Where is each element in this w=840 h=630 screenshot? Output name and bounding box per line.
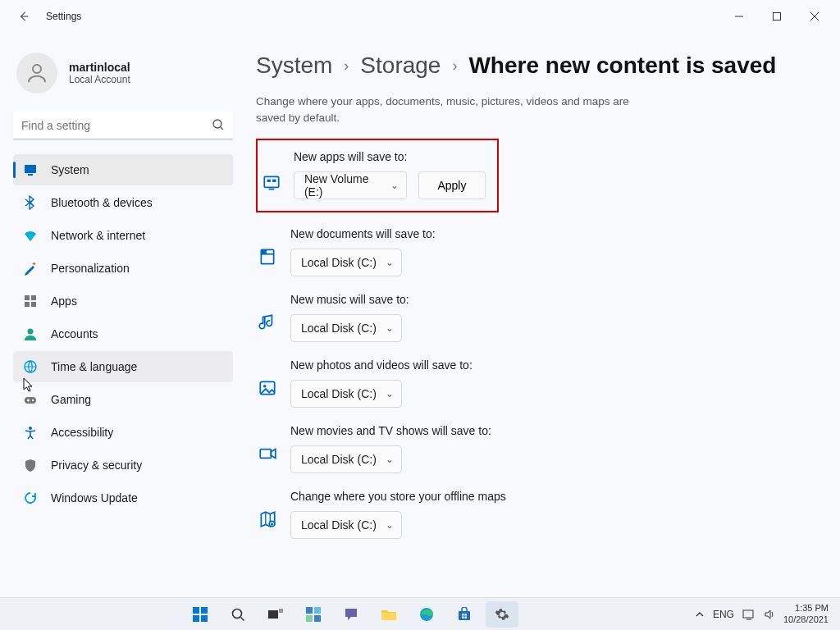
section-label: New apps will save to: xyxy=(294,150,486,163)
bluetooth-icon xyxy=(23,195,38,210)
svg-rect-26 xyxy=(193,615,199,622)
apps-icon xyxy=(23,294,38,308)
sidebar-item-label: Accounts xyxy=(51,327,98,340)
drive-dropdown[interactable]: Local Disk (C:)⌄ xyxy=(290,249,402,276)
drive-dropdown[interactable]: Local Disk (C:)⌄ xyxy=(290,314,402,342)
svg-rect-39 xyxy=(465,614,468,616)
chevron-down-icon: ⌄ xyxy=(386,454,394,465)
edge-icon[interactable] xyxy=(410,601,443,628)
svg-rect-31 xyxy=(306,607,313,614)
chevron-down-icon: ⌄ xyxy=(386,388,394,399)
svg-point-14 xyxy=(29,427,32,430)
svg-rect-41 xyxy=(465,616,468,619)
sidebar-item-time[interactable]: Time & language xyxy=(13,351,233,382)
drive-dropdown[interactable]: Local Disk (C:)⌄ xyxy=(290,445,402,473)
svg-rect-29 xyxy=(268,610,278,619)
svg-rect-33 xyxy=(306,615,313,622)
sidebar-item-label: Accessibility xyxy=(51,426,113,439)
save-location-section: New movies and TV shows will save to:Loc… xyxy=(256,409,801,475)
task-view-icon[interactable] xyxy=(259,601,292,628)
person-icon xyxy=(23,326,38,341)
svg-rect-34 xyxy=(314,615,321,622)
video-icon xyxy=(256,442,279,465)
app-icon xyxy=(261,171,282,194)
svg-rect-30 xyxy=(279,609,283,613)
profile-sub: Local Account xyxy=(69,74,130,85)
explorer-icon[interactable] xyxy=(372,601,405,628)
sidebar-item-privacy[interactable]: Privacy & security xyxy=(13,450,233,481)
breadcrumb: System › Storage › Where new content is … xyxy=(256,52,801,79)
start-button[interactable] xyxy=(184,601,217,628)
chat-icon[interactable] xyxy=(335,601,368,628)
back-button[interactable] xyxy=(18,11,31,22)
dropdown-value: Local Disk (C:) xyxy=(301,256,377,269)
svg-rect-9 xyxy=(31,302,36,307)
tray-chevron-icon[interactable] xyxy=(695,609,705,619)
sidebar-item-apps[interactable]: Apps xyxy=(13,285,233,317)
sidebar-item-label: Time & language xyxy=(51,360,137,373)
svg-rect-22 xyxy=(260,449,271,458)
language-indicator[interactable]: ENG xyxy=(713,609,734,620)
clock[interactable]: 1:35 PM 10/28/2021 xyxy=(783,603,832,624)
svg-point-21 xyxy=(263,385,266,387)
description: Change where your apps, documents, music… xyxy=(256,94,633,127)
svg-rect-7 xyxy=(31,295,36,300)
wifi-icon xyxy=(23,228,38,243)
sidebar-item-gaming[interactable]: Gaming xyxy=(13,384,233,415)
sidebar-item-personalization[interactable]: Personalization xyxy=(13,253,233,284)
crumb-current: Where new content is saved xyxy=(468,52,776,79)
taskbar: ENG 1:35 PM 10/28/2021 xyxy=(0,597,840,630)
save-location-section: Change where you store your offline maps… xyxy=(256,475,801,541)
network-tray-icon[interactable] xyxy=(742,609,756,620)
sidebar-item-system[interactable]: System xyxy=(13,154,233,185)
crumb-system[interactable]: System xyxy=(256,52,332,79)
chevron-down-icon: ⌄ xyxy=(386,322,394,334)
settings-taskbar-icon[interactable] xyxy=(486,601,518,628)
crumb-storage[interactable]: Storage xyxy=(360,52,441,79)
sidebar-item-bluetooth[interactable]: Bluetooth & devices xyxy=(13,187,233,218)
accessibility-icon xyxy=(23,425,38,440)
taskbar-search-icon[interactable] xyxy=(221,601,254,628)
window-title: Settings xyxy=(46,11,81,22)
sidebar-item-label: Personalization xyxy=(51,262,130,275)
drive-dropdown[interactable]: Local Disk (C:)⌄ xyxy=(290,380,402,408)
svg-rect-5 xyxy=(32,262,35,265)
search-input[interactable] xyxy=(13,112,233,139)
document-icon xyxy=(256,245,279,268)
svg-rect-19 xyxy=(261,249,267,253)
svg-point-28 xyxy=(233,609,242,618)
close-button[interactable] xyxy=(796,3,833,30)
brush-icon xyxy=(23,261,38,276)
drive-dropdown[interactable]: New Volume (E:)⌄ xyxy=(294,171,407,199)
svg-rect-35 xyxy=(381,613,396,620)
music-icon xyxy=(256,311,279,334)
drive-dropdown[interactable]: Local Disk (C:)⌄ xyxy=(290,511,402,539)
search-box[interactable] xyxy=(13,112,233,139)
widgets-icon[interactable] xyxy=(297,601,330,628)
svg-rect-24 xyxy=(193,607,199,614)
profile-name: martinlocal xyxy=(69,61,130,74)
svg-rect-0 xyxy=(774,13,781,21)
sidebar-item-update[interactable]: Windows Update xyxy=(13,482,233,514)
sidebar-item-accounts[interactable]: Accounts xyxy=(13,318,233,349)
volume-tray-icon[interactable] xyxy=(764,609,775,620)
minimize-button[interactable] xyxy=(720,3,758,30)
sidebar: martinlocal Local Account SystemBluetoot… xyxy=(0,33,246,597)
svg-rect-27 xyxy=(201,615,208,622)
chevron-down-icon: ⌄ xyxy=(390,180,399,191)
dropdown-value: Local Disk (C:) xyxy=(301,387,377,400)
store-icon[interactable] xyxy=(448,601,481,628)
save-location-section: New apps will save to:New Volume (E:)⌄Ap… xyxy=(256,139,499,212)
chevron-right-icon: › xyxy=(452,57,457,75)
svg-point-10 xyxy=(28,329,34,335)
avatar-icon xyxy=(16,52,57,94)
image-icon xyxy=(256,377,279,399)
svg-rect-42 xyxy=(743,610,753,618)
svg-rect-16 xyxy=(267,179,270,181)
svg-point-13 xyxy=(32,399,34,401)
profile[interactable]: martinlocal Local Account xyxy=(13,43,233,112)
sidebar-item-network[interactable]: Network & internet xyxy=(13,220,233,251)
maximize-button[interactable] xyxy=(758,3,796,30)
apply-button[interactable]: Apply xyxy=(418,171,486,199)
sidebar-item-accessibility[interactable]: Accessibility xyxy=(13,417,233,448)
